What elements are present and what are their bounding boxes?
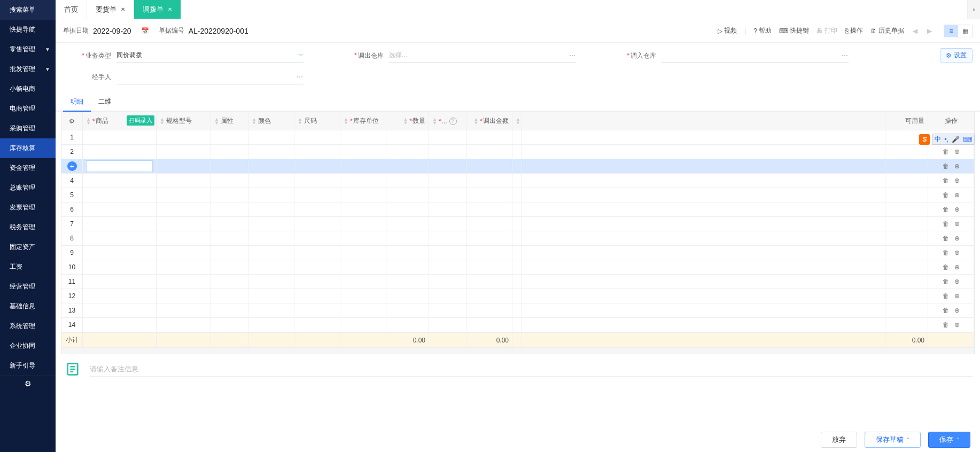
cell[interactable] — [157, 145, 211, 159]
cell[interactable] — [386, 130, 429, 144]
close-icon[interactable]: ✕ — [121, 6, 125, 12]
sidebar-item-18[interactable]: 新手引导 — [0, 356, 56, 376]
sidebar-item-11[interactable]: 税务管理 — [0, 217, 56, 237]
view-list[interactable]: ≡ — [944, 25, 958, 37]
cell[interactable] — [512, 217, 522, 231]
sidebar-item-3[interactable]: 批发管理▼ — [0, 59, 56, 79]
cell[interactable] — [885, 275, 928, 289]
cell[interactable] — [885, 318, 928, 332]
cell[interactable] — [429, 289, 466, 303]
cell-product[interactable] — [83, 159, 157, 173]
cell[interactable] — [429, 202, 466, 216]
copy-row-icon[interactable]: ⊕ — [954, 206, 960, 213]
delete-row-icon[interactable]: 🗑 — [943, 263, 949, 271]
cell[interactable] — [340, 275, 386, 289]
table-row[interactable]: 4🗑⊕ — [61, 174, 974, 188]
tab-detail[interactable]: 明细 — [63, 93, 91, 112]
delete-row-icon[interactable]: 🗑 — [943, 321, 949, 329]
table-row[interactable]: 10🗑⊕ — [61, 260, 974, 275]
delete-row-icon[interactable]: 🗑 — [943, 191, 949, 199]
cell[interactable] — [340, 159, 386, 173]
copy-row-icon[interactable]: ⊕ — [954, 148, 960, 155]
cell[interactable] — [157, 188, 211, 202]
sidebar-item-5[interactable]: 电商管理 — [0, 99, 56, 119]
cell-product[interactable] — [83, 260, 157, 274]
cell[interactable] — [512, 188, 522, 202]
cell[interactable] — [512, 318, 522, 332]
delete-row-icon[interactable]: 🗑 — [943, 249, 949, 256]
settings-button[interactable]: ⚙ 设置 — [940, 48, 973, 63]
cell[interactable] — [386, 289, 429, 303]
cell[interactable] — [885, 246, 928, 260]
cell[interactable] — [211, 289, 248, 303]
delete-row-icon[interactable]: 🗑 — [943, 307, 949, 314]
view-grid[interactable]: ▦ — [958, 25, 972, 37]
delete-row-icon[interactable]: 🗑 — [943, 292, 949, 300]
sidebar-item-7[interactable]: 库存核算 — [0, 138, 56, 158]
cell[interactable] — [211, 159, 248, 173]
sidebar-item-6[interactable]: 采购管理 — [0, 119, 56, 138]
cell[interactable] — [157, 217, 211, 231]
cell[interactable] — [211, 130, 248, 144]
cell[interactable] — [466, 246, 512, 260]
cell[interactable] — [248, 275, 294, 289]
cell[interactable] — [248, 231, 294, 245]
video-link[interactable]: ▷视频 — [718, 26, 737, 35]
cell[interactable] — [429, 318, 466, 332]
copy-row-icon[interactable]: ⊕ — [954, 162, 960, 170]
cell[interactable] — [466, 231, 512, 245]
cell[interactable] — [294, 231, 340, 245]
cell[interactable] — [157, 275, 211, 289]
cell[interactable] — [466, 202, 512, 216]
cell[interactable] — [386, 260, 429, 274]
cell[interactable] — [512, 145, 522, 159]
cell[interactable] — [429, 217, 466, 231]
col-size[interactable]: ▲▼尺码 — [294, 112, 340, 130]
cell[interactable] — [512, 174, 522, 188]
save-button[interactable]: 保存˄ — [928, 432, 970, 448]
cell[interactable] — [512, 246, 522, 260]
col-unit[interactable]: ▲▼*库存单位 — [340, 112, 386, 130]
in-wh-select[interactable]: ⋯ — [662, 48, 849, 63]
cell[interactable] — [211, 217, 248, 231]
cell[interactable] — [248, 130, 294, 144]
cell[interactable] — [157, 289, 211, 303]
col-product[interactable]: ▲▼ *商品 扫码录入 — [83, 112, 157, 130]
delete-row-icon[interactable]: 🗑 — [943, 220, 949, 228]
cell[interactable] — [522, 202, 885, 216]
cell[interactable] — [211, 231, 248, 245]
cell[interactable] — [522, 130, 885, 144]
cell[interactable] — [885, 174, 928, 188]
cell[interactable] — [522, 231, 885, 245]
cell[interactable] — [294, 145, 340, 159]
cell[interactable] — [294, 130, 340, 144]
copy-row-icon[interactable]: ⊕ — [954, 292, 960, 300]
cell[interactable] — [248, 202, 294, 216]
col-blank[interactable]: ▲▼ — [512, 112, 522, 130]
help-link[interactable]: ?帮助 — [753, 26, 772, 35]
table-row[interactable]: 11🗑⊕ — [61, 275, 974, 289]
table-row[interactable]: 6🗑⊕ — [61, 202, 974, 217]
cell-product[interactable] — [83, 188, 157, 202]
sidebar-item-0[interactable]: 搜索菜单 — [0, 0, 56, 20]
cell[interactable] — [294, 174, 340, 188]
cell[interactable] — [211, 318, 248, 332]
doc-date-value[interactable]: 2022-09-20 — [93, 27, 131, 35]
cell[interactable] — [522, 145, 885, 159]
copy-row-icon[interactable]: ⊕ — [954, 177, 960, 184]
cell[interactable] — [512, 231, 522, 245]
col-config[interactable]: ⚙ — [61, 112, 83, 130]
cell[interactable] — [340, 188, 386, 202]
grid-horizontal-scrollbar[interactable] — [61, 347, 974, 354]
cell[interactable] — [429, 145, 466, 159]
cell[interactable] — [157, 202, 211, 216]
cell[interactable] — [211, 202, 248, 216]
copy-row-icon[interactable]: ⊕ — [954, 263, 960, 271]
delete-row-icon[interactable]: 🗑 — [943, 235, 949, 242]
cell[interactable] — [429, 188, 466, 202]
col-qty[interactable]: ▲▼*数量 — [386, 112, 429, 130]
add-row-button[interactable]: + — [67, 161, 77, 171]
col-color[interactable]: ▲▼颜色 — [248, 112, 294, 130]
cell[interactable] — [386, 217, 429, 231]
cell[interactable] — [512, 202, 522, 216]
